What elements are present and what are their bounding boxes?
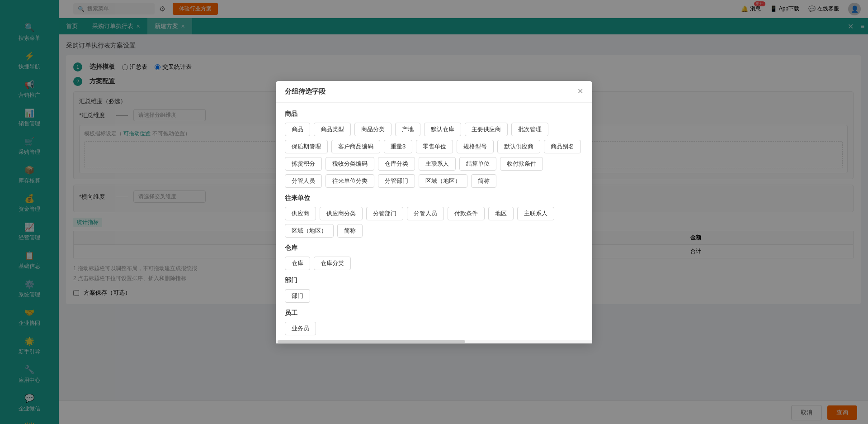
field-chip-1-4[interactable]: 付款条件: [448, 207, 485, 220]
field-chip-0-23[interactable]: 区域（地区）: [419, 174, 467, 188]
field-chip-0-21[interactable]: 往来单位分类: [326, 174, 374, 188]
field-select-modal: 分组待选字段 ✕ 商品 商品商品类型商品分类产地默认仓库主要供应商批次管理保质期…: [276, 81, 592, 343]
field-chip-1-5[interactable]: 地区: [488, 207, 514, 220]
field-chip-2-1[interactable]: 仓库分类: [314, 257, 351, 270]
section-product-title: 商品: [285, 110, 583, 118]
field-chip-0-19[interactable]: 收付款条件: [500, 157, 543, 171]
field-chip-4-0[interactable]: 业务员: [285, 322, 316, 335]
field-chip-1-8[interactable]: 简称: [337, 224, 363, 238]
field-chip-0-22[interactable]: 分管部门: [378, 174, 415, 188]
field-chip-1-1[interactable]: 供应商分类: [320, 207, 363, 220]
section-partner-title: 往来单位: [285, 194, 583, 202]
field-chip-0-5[interactable]: 主要供应商: [465, 123, 508, 136]
modal-title: 分组待选字段: [285, 87, 326, 96]
department-fields-grid: 部门: [285, 289, 583, 303]
field-chip-0-20[interactable]: 分管人员: [285, 174, 322, 188]
field-chip-1-6[interactable]: 主联系人: [517, 207, 554, 220]
field-chip-0-2[interactable]: 商品分类: [354, 123, 392, 136]
field-chip-0-4[interactable]: 默认仓库: [424, 123, 461, 136]
field-chip-2-0[interactable]: 仓库: [285, 257, 310, 270]
field-chip-1-3[interactable]: 分管人员: [407, 207, 444, 220]
modal-hscroll[interactable]: [276, 340, 592, 343]
field-chip-0-16[interactable]: 仓库分类: [378, 157, 415, 171]
section-department-title: 部门: [285, 276, 583, 285]
modal-close-button[interactable]: ✕: [577, 88, 583, 95]
field-chip-0-7[interactable]: 保质期管理: [285, 140, 328, 153]
field-chip-3-0[interactable]: 部门: [285, 289, 310, 303]
field-chip-0-17[interactable]: 主联系人: [419, 157, 456, 171]
field-chip-0-0[interactable]: 商品: [285, 123, 310, 136]
modal-header: 分组待选字段 ✕: [276, 81, 592, 103]
field-chip-0-11[interactable]: 规格型号: [457, 140, 494, 153]
field-chip-0-24[interactable]: 简称: [471, 174, 496, 188]
field-chip-1-2[interactable]: 分管部门: [366, 207, 403, 220]
warehouse-fields-grid: 仓库仓库分类: [285, 257, 583, 270]
field-chip-0-10[interactable]: 零售单位: [416, 140, 453, 153]
section-employee-title: 员工: [285, 309, 583, 317]
field-chip-0-6[interactable]: 批次管理: [511, 123, 548, 136]
product-fields-grid: 商品商品类型商品分类产地默认仓库主要供应商批次管理保质期管理客户商品编码重量3零…: [285, 123, 583, 188]
hscroll-thumb[interactable]: [278, 340, 465, 343]
field-chip-0-8[interactable]: 客户商品编码: [331, 140, 380, 153]
field-chip-0-13[interactable]: 商品别名: [544, 140, 581, 153]
field-chip-1-0[interactable]: 供应商: [285, 207, 316, 220]
field-chip-0-12[interactable]: 默认供应商: [497, 140, 540, 153]
field-chip-1-7[interactable]: 区域（地区）: [285, 224, 334, 238]
field-chip-0-18[interactable]: 结算单位: [459, 157, 496, 171]
employee-fields-grid: 业务员: [285, 322, 583, 335]
field-chip-0-14[interactable]: 拣货积分: [285, 157, 322, 171]
field-chip-0-3[interactable]: 产地: [395, 123, 420, 136]
section-warehouse-title: 仓库: [285, 244, 583, 252]
field-chip-0-9[interactable]: 重量3: [384, 140, 412, 153]
field-chip-0-15[interactable]: 税收分类编码: [326, 157, 374, 171]
field-chip-0-1[interactable]: 商品类型: [314, 123, 351, 136]
partner-fields-grid: 供应商供应商分类分管部门分管人员付款条件地区主联系人区域（地区）简称: [285, 207, 583, 238]
modal-body: 商品 商品商品类型商品分类产地默认仓库主要供应商批次管理保质期管理客户商品编码重…: [276, 103, 592, 340]
